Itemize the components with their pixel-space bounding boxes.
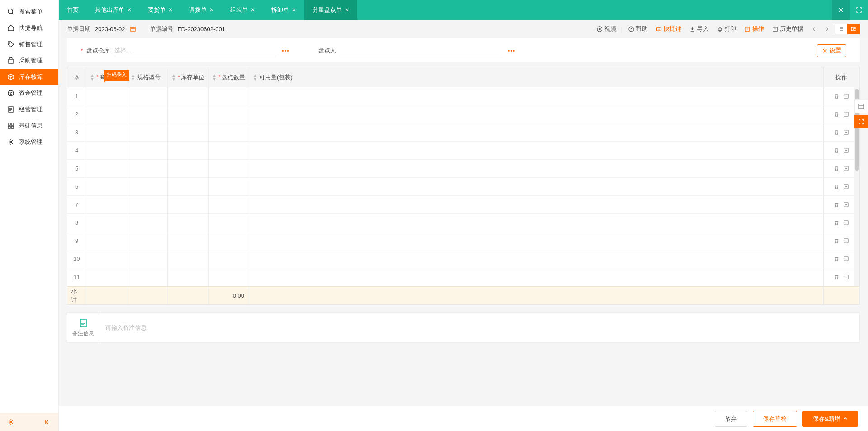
cell-qty[interactable] (209, 142, 249, 159)
close-icon[interactable]: ✕ (168, 7, 173, 13)
cell-spec[interactable] (127, 178, 168, 195)
delete-row-icon[interactable] (834, 256, 840, 262)
add-row-icon[interactable] (843, 166, 849, 171)
fullscreen-button[interactable] (850, 0, 868, 20)
cell-product[interactable] (86, 196, 127, 213)
cell-qty[interactable] (209, 196, 249, 213)
calendar-icon[interactable] (130, 26, 136, 32)
cell-unit[interactable] (168, 232, 209, 250)
cell-qty[interactable] (209, 178, 249, 195)
settings-button[interactable]: 设置 (817, 44, 846, 57)
warehouse-picker-icon[interactable]: ••• (280, 47, 291, 54)
close-icon[interactable]: ✕ (127, 7, 132, 13)
delete-row-icon[interactable] (834, 184, 840, 189)
save-draft-button[interactable]: 保存草稿 (753, 411, 797, 427)
print-button[interactable]: 打印 (714, 24, 739, 34)
cell-unit[interactable] (168, 178, 209, 195)
add-row-icon[interactable] (843, 220, 849, 226)
cell-product[interactable] (86, 268, 127, 286)
cell-product[interactable] (86, 123, 127, 141)
delete-row-icon[interactable] (834, 238, 840, 244)
person-input[interactable] (340, 45, 503, 56)
table-row[interactable]: 4 (67, 142, 859, 160)
scan-tag[interactable]: 扫码录入 (104, 70, 129, 81)
cell-avail[interactable] (249, 123, 823, 141)
cell-unit[interactable] (168, 105, 209, 123)
table-row[interactable]: 11 (67, 268, 859, 286)
sidebar-item-inventory[interactable]: 库存核算 (0, 69, 58, 85)
th-gear[interactable] (67, 67, 86, 87)
cell-avail[interactable] (249, 142, 823, 159)
save-new-button[interactable]: 保存&新增 (802, 411, 858, 427)
tab-assemble[interactable]: 组装单✕ (222, 0, 263, 20)
th-spec[interactable]: ▲▼规格型号 (127, 67, 168, 87)
cell-qty[interactable] (209, 87, 249, 105)
cell-unit[interactable] (168, 142, 209, 159)
person-picker-icon[interactable]: ••• (506, 47, 517, 54)
cell-unit[interactable] (168, 196, 209, 213)
cell-product[interactable] (86, 214, 127, 232)
cell-unit[interactable] (168, 123, 209, 141)
table-row[interactable]: 10 (67, 250, 859, 268)
cell-avail[interactable] (249, 250, 823, 268)
sidebar-item-search[interactable]: 搜索菜单 (0, 4, 58, 20)
add-row-icon[interactable] (843, 274, 849, 280)
table-row[interactable]: 3 (67, 123, 859, 142)
sidebar-item-purchase[interactable]: 采购管理 (0, 52, 58, 69)
cell-spec[interactable] (127, 250, 168, 268)
sidebar-item-sales[interactable]: 销售管理 (0, 36, 58, 52)
cell-product[interactable] (86, 87, 127, 105)
cell-qty[interactable] (209, 123, 249, 141)
delete-row-icon[interactable] (834, 147, 840, 153)
close-icon[interactable]: ✕ (345, 7, 349, 13)
warehouse-input[interactable] (114, 45, 276, 56)
table-row[interactable]: 9 (67, 232, 859, 250)
cell-product[interactable] (86, 250, 127, 268)
cell-avail[interactable] (249, 178, 823, 195)
table-row[interactable]: 8 (67, 214, 859, 232)
float-expand-icon[interactable] (854, 115, 868, 128)
help-button[interactable]: 帮助 (626, 24, 650, 34)
tab-request[interactable]: 要货单✕ (140, 0, 181, 20)
operate-button[interactable]: 操作 (742, 24, 767, 34)
tab-home[interactable]: 首页 (59, 0, 87, 20)
hotkey-button[interactable]: 快捷键 (653, 24, 684, 34)
import-button[interactable]: 导入 (687, 24, 711, 34)
table-row[interactable]: 5 (67, 160, 859, 178)
cell-spec[interactable] (127, 87, 168, 105)
add-row-icon[interactable] (843, 129, 849, 135)
cell-product[interactable] (86, 178, 127, 195)
next-button[interactable] (822, 25, 832, 33)
delete-row-icon[interactable] (834, 202, 840, 208)
th-qty[interactable]: ▲▼*盘点数量 (209, 67, 249, 87)
tab-other-out[interactable]: 其他出库单✕ (87, 0, 140, 20)
cell-qty[interactable] (209, 268, 249, 286)
cell-spec[interactable] (127, 232, 168, 250)
cell-product[interactable] (86, 160, 127, 177)
view-card-button[interactable] (847, 24, 860, 34)
cell-unit[interactable] (168, 250, 209, 268)
cell-spec[interactable] (127, 105, 168, 123)
cell-avail[interactable] (249, 196, 823, 213)
cell-unit[interactable] (168, 160, 209, 177)
cell-avail[interactable] (249, 160, 823, 177)
table-row[interactable]: 2 (67, 105, 859, 123)
cell-qty[interactable] (209, 214, 249, 232)
add-row-icon[interactable] (843, 147, 849, 153)
discard-button[interactable]: 放弃 (715, 411, 747, 427)
cell-qty[interactable] (209, 232, 249, 250)
tab-inventory-check[interactable]: 分量盘点单✕ (304, 0, 357, 20)
sidebar-item-base[interactable]: 基础信息 (0, 118, 58, 134)
tab-disassemble[interactable]: 拆卸单✕ (263, 0, 304, 20)
cell-avail[interactable] (249, 268, 823, 286)
cell-qty[interactable] (209, 160, 249, 177)
delete-row-icon[interactable] (834, 166, 840, 171)
cell-spec[interactable] (127, 214, 168, 232)
prev-button[interactable] (809, 25, 819, 33)
cell-qty[interactable] (209, 250, 249, 268)
sidebar-item-system[interactable]: 系统管理 (0, 134, 58, 150)
view-list-button[interactable] (835, 24, 848, 34)
history-button[interactable]: 历史单据 (769, 24, 806, 34)
cell-product[interactable] (86, 232, 127, 250)
add-row-icon[interactable] (843, 256, 849, 262)
